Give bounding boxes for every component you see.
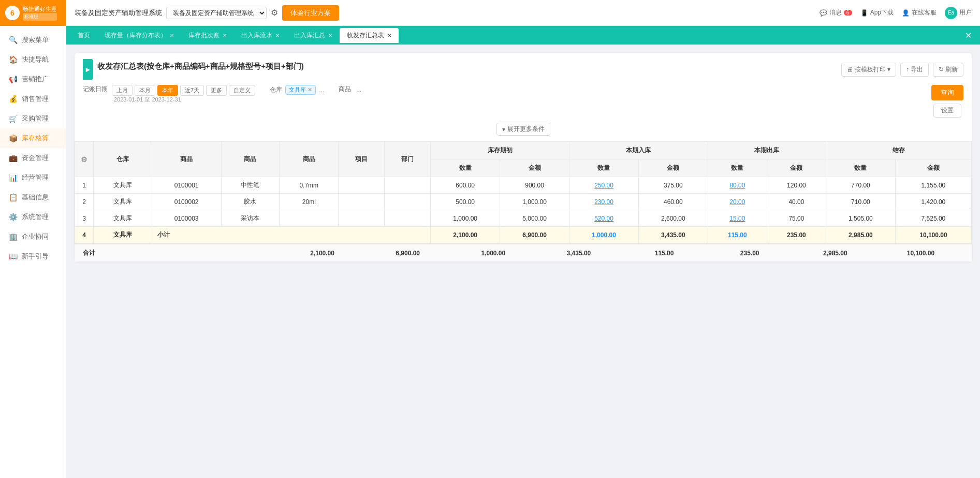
app-logo: 6 畅捷通好生意 标准版 (0, 0, 66, 26)
sidebar-item-guide[interactable]: 📖 新手引导 (0, 247, 66, 266)
date-range: 2023-01-01 至 2023-12-31 (114, 96, 255, 104)
tab-inout-flow[interactable]: 出入库流水 ✕ (234, 28, 287, 43)
expand-more-btn[interactable]: ▾ 展开更多条件 (496, 123, 550, 136)
guide-icon: 📖 (8, 252, 18, 260)
tab-close-icon[interactable]: ✕ (328, 33, 332, 38)
online-service-btn[interactable]: 👤 在线客服 (902, 8, 937, 17)
row-in-qty[interactable]: 250.00 (569, 177, 639, 194)
filter-btn-this-month[interactable]: 本月 (135, 85, 155, 96)
goods-more-btn[interactable]: ... (356, 86, 361, 93)
message-label: 消息 (829, 8, 842, 17)
col-goods-header: 商品 (221, 142, 280, 177)
filter-btn-more[interactable]: 更多 (206, 85, 227, 96)
col-closing-qty: 数量 (826, 160, 895, 177)
warehouse-tag-close-icon[interactable]: ✕ (308, 86, 312, 93)
row-closing-amt: 1,420.00 (895, 194, 971, 210)
sidebar-item-basic[interactable]: 📋 基础信息 (0, 187, 66, 207)
filter-btn-last-month[interactable]: 上月 (112, 85, 133, 96)
online-service-label: 在线客服 (912, 8, 937, 17)
row-dept (385, 177, 431, 194)
sidebar-item-label: 库存核算 (22, 134, 49, 143)
row-in-qty[interactable]: 520.00 (569, 210, 639, 227)
table-settings-icon[interactable]: ⚙ (81, 155, 87, 164)
row-out-qty[interactable]: 15.00 (708, 210, 767, 227)
content-card: ► 收发存汇总表(按仓库+商品编码+商品+规格型号+项目+部门) 🖨 按模板打印… (75, 53, 972, 262)
tab-batch-label: 库存批次账 (188, 31, 220, 40)
settings-button[interactable]: 设置 (933, 104, 961, 118)
filter-actions: 查询 设置 (931, 85, 963, 118)
warehouse-tag-text: 文具库 (289, 86, 306, 94)
row-project (339, 194, 385, 210)
enterprise-icon: 🏢 (8, 233, 18, 241)
row-closing-amt: 7,525.00 (895, 210, 971, 227)
sidebar-item-label: 资金管理 (22, 153, 49, 163)
main-content: ► 收发存汇总表(按仓库+商品编码+商品+规格型号+项目+部门) 🖨 按模板打印… (66, 45, 980, 478)
message-badge: 6 (844, 10, 852, 16)
col-code-header: 商品 (152, 142, 221, 177)
sidebar-item-marketing[interactable]: 📢 营销推广 (0, 69, 66, 89)
refresh-btn[interactable]: ↻ 刷新 (933, 63, 963, 77)
sidebar-item-quick-nav[interactable]: 🏠 快捷导航 (0, 50, 66, 69)
row-opening-amt: 900.00 (500, 177, 569, 194)
sidebar-item-purchase[interactable]: 🛒 采购管理 (0, 109, 66, 128)
tabbar-close-icon[interactable]: ✕ (961, 31, 976, 40)
search-icon: 🔍 (8, 36, 18, 44)
print-btn[interactable]: 🖨 按模板打印 ▾ (841, 63, 896, 77)
sidebar-item-label: 采购管理 (22, 114, 49, 123)
tab-inout-summary-label: 出入库汇总 (294, 31, 325, 40)
sidebar-item-sales[interactable]: 💰 销售管理 (0, 89, 66, 109)
sidebar-item-finance[interactable]: 💼 资金管理 (0, 148, 66, 168)
tab-inout-summary[interactable]: 出入库汇总 ✕ (287, 28, 340, 43)
total-in-qty: 1,000.00 (450, 250, 536, 257)
sidebar-item-operation[interactable]: 📊 经营管理 (0, 168, 66, 187)
filter-area: 记账日期 上月 本月 本年 近7天 更多 自定义 2023-01-01 至 20… (75, 80, 972, 118)
sidebar-item-system[interactable]: ⚙️ 系统管理 (0, 207, 66, 227)
app-download-btn[interactable]: 📱 App下载 (860, 8, 894, 17)
row-no: 2 (75, 194, 94, 210)
goods-filter: 商品 ... (339, 85, 361, 94)
query-button[interactable]: 查询 (931, 85, 963, 100)
tab-close-active-icon[interactable]: ✕ (387, 33, 391, 38)
export-btn[interactable]: ↑ 导出 (900, 63, 929, 77)
warehouse-more-btn[interactable]: ... (319, 86, 324, 94)
trial-button[interactable]: 体验行业方案 (282, 5, 339, 21)
row-in-amt: 375.00 (638, 177, 708, 194)
date-filter-label: 记账日期 (83, 85, 108, 94)
filter-btn-this-year[interactable]: 本年 (157, 85, 178, 96)
sidebar-item-inventory[interactable]: 📦 库存核算 (0, 128, 66, 148)
sidebar-item-label: 营销推广 (22, 75, 49, 84)
user-btn[interactable]: Ea 用户 (945, 7, 972, 19)
warehouse-label: 仓库 (270, 85, 282, 94)
filter-btn-7days[interactable]: 近7天 (180, 85, 204, 96)
finance-icon: 💼 (8, 154, 18, 162)
message-btn[interactable]: 💬 消息 6 (820, 8, 852, 17)
subtotal-warehouse: 文具库 (94, 227, 152, 243)
footer-nums: 2,100.00 6,900.00 1,000.00 3,435.00 115.… (280, 250, 963, 257)
sales-icon: 💰 (8, 95, 18, 103)
subtotal-out-qty[interactable]: 115.00 (708, 227, 767, 243)
row-out-qty[interactable]: 80.00 (708, 177, 767, 194)
row-out-qty[interactable]: 20.00 (708, 194, 767, 210)
sidebar-item-enterprise[interactable]: 🏢 企业协同 (0, 227, 66, 247)
tab-batch[interactable]: 库存批次账 ✕ (181, 28, 234, 43)
filter-btn-custom[interactable]: 自定义 (229, 85, 255, 96)
collapse-arrow-btn[interactable]: ► (83, 59, 93, 80)
row-goods: 采访本 (221, 210, 280, 227)
row-code: 0100002 (152, 194, 221, 210)
tab-close-icon[interactable]: ✕ (170, 33, 174, 38)
row-project (339, 177, 385, 194)
system-select[interactable]: 装备及固定资产辅助管理系统 (166, 7, 267, 19)
tab-home[interactable]: 首页 (70, 28, 97, 43)
sidebar-item-search[interactable]: 🔍 搜索菜单 (0, 30, 66, 50)
user-avatar-icon: Ea (945, 7, 957, 19)
row-closing-qty: 770.00 (826, 177, 895, 194)
tab-inventory-dist[interactable]: 现存量（库存分布表） ✕ (97, 28, 181, 43)
subtotal-in-qty[interactable]: 1,000.00 (569, 227, 639, 243)
tab-recv-send[interactable]: 收发存汇总表 ✕ (340, 28, 399, 43)
tab-close-icon[interactable]: ✕ (223, 33, 227, 38)
topbar-left: 装备及固定资产辅助管理系统 装备及固定资产辅助管理系统 ⚙ 体验行业方案 (75, 5, 339, 21)
row-no: 3 (75, 210, 94, 227)
tab-close-icon[interactable]: ✕ (275, 33, 280, 38)
gear-icon[interactable]: ⚙ (271, 8, 278, 18)
row-in-qty[interactable]: 230.00 (569, 194, 639, 210)
